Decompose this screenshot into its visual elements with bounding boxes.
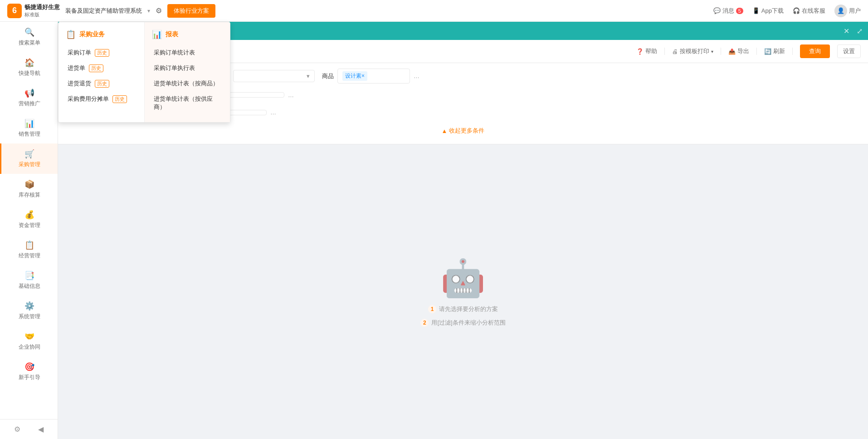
export-label: 导出 [737,47,749,55]
purchase-dropdown: 📋 采购业务 采购订单 历史 进货单 历史 进货退货 历史 采购费用分摊单 历史… [58,22,230,123]
base-icon: 📑 [24,271,34,281]
dropdown-item-cost-alloc[interactable]: 采购费用分摊单 历史 [66,91,137,107]
headset-icon: 🎧 [793,7,800,14]
dropdown-item-receipt-by-supplier[interactable]: 进货单统计表（按供应商） [152,91,223,115]
sidebar-collapse-btn[interactable]: ◀ [38,425,44,434]
top-bar-right: 💬 消息 5 📱 App下载 🎧 在线客服 👤 用户 [713,5,861,17]
refresh-btn[interactable]: 🔄 刷新 [764,47,785,55]
goods-receipt-badge: 历史 [89,64,103,72]
sidebar-item-operations[interactable]: 📋 经营管理 [0,235,58,265]
sidebar-item-base[interactable]: 📑 基础信息 [0,265,58,296]
cost-alloc-label: 采购费用分摊单 [68,95,109,103]
sidebar-item-system[interactable]: ⚙️ 系统管理 [0,296,58,326]
dropdown-item-order-exec[interactable]: 采购订单执行表 [152,60,223,76]
logo-icon: 6 [7,4,22,18]
goods-tag: 设计素× [342,71,367,81]
tab-close-action[interactable]: ✕ [842,25,851,37]
receipt-by-supplier-label: 进货单统计表（按供应商） [154,95,221,111]
dropdown-item-receipt-by-goods[interactable]: 进货单统计表（按商品） [152,76,223,91]
logo-text: 畅捷通好生意 标准版 [24,4,60,18]
system-dropdown-arrow[interactable]: ▾ [147,8,150,14]
sidebar-settings-btn[interactable]: ⚙ [14,425,20,434]
messages-btn[interactable]: 💬 消息 5 [713,7,743,15]
collapse-btn[interactable]: ▲ 收起更多条件 [65,123,861,138]
top-bar-left: 6 畅捷通好生意 标准版 装备及固定资产辅助管理系统 ▾ ⚙ 体验行业方案 [7,4,215,18]
sidebar: 🔍 搜索菜单 🏠 快捷导航 📢 营销推广 📊 销售管理 🛒 采购管理 📦 [0,22,58,439]
sidebar-bottom: ⚙ ◀ [0,419,58,439]
sidebar-item-label: 基础信息 [19,282,40,290]
sidebar-item-label: 搜索菜单 [19,39,40,47]
goods-select[interactable]: 设计素× [337,69,410,84]
empty-hint-1: 1 请先选择要分析的方案 [428,305,498,313]
tab-maximize-action[interactable]: ⤢ [855,25,864,37]
query-button[interactable]: 查询 [800,44,830,58]
print-label: 按模板打印 [680,47,709,55]
sidebar-item-search[interactable]: 🔍 搜索菜单 [0,22,58,52]
voucher-status-select[interactable]: ▾ [233,70,315,82]
sidebar-item-purchase[interactable]: 🛒 采购管理 [0,143,58,174]
print-icon: 🖨 [672,48,678,55]
refresh-label: 刷新 [773,47,785,55]
divider4 [792,48,793,55]
print-btn[interactable]: 🖨 按模板打印 ▾ [672,47,713,55]
dropdown-item-order-stats[interactable]: 采购订单统计表 [152,45,223,60]
sidebar-item-label: 采购管理 [19,161,40,168]
empty-hint-1-text: 请先选择要分析的方案 [439,305,498,313]
marketing-icon: 📢 [24,88,34,98]
export-btn[interactable]: 📤 导出 [728,47,749,55]
app-download-btn[interactable]: 📱 App下载 [752,7,784,15]
app-download-label: App下载 [761,7,784,15]
sales-icon: 📊 [24,118,34,128]
return-goods-badge: 历史 [95,80,109,88]
dropdown-item-purchase-order[interactable]: 采购订单 历史 [66,45,137,60]
logo-main: 畅捷通好生意 [24,4,60,11]
sidebar-item-finance[interactable]: 💰 资金管理 [0,204,58,235]
dropdown-item-goods-receipt[interactable]: 进货单 历史 [66,60,137,76]
salesperson-more[interactable]: … [288,92,294,99]
goods-more[interactable]: … [414,73,419,79]
help-btn[interactable]: ❓ 帮助 [636,47,657,55]
empty-robot-icon: 🤖 [440,257,486,300]
sidebar-item-marketing[interactable]: 📢 营销推广 [0,83,58,113]
purchase-col-icon: 📋 [66,30,76,39]
logo-area: 6 畅捷通好生意 标准版 [7,4,60,18]
settings-button[interactable]: 设置 [837,44,861,58]
help-icon: ❓ [636,48,644,55]
dropdown-col-2: 📊 报表 采购订单统计表 采购订单执行表 进货单统计表（按商品） 进货单统计表（… [144,22,230,122]
header-actions: ❓ 帮助 🖨 按模板打印 ▾ 📤 导出 [636,44,861,58]
order-exec-label: 采购订单执行表 [154,64,195,72]
customer-more[interactable]: … [270,109,276,116]
divider2 [721,48,721,55]
filter-goods: 商品 设计素× … [322,69,419,84]
divider3 [756,48,757,55]
home-icon: 🏠 [24,58,34,68]
sidebar-item-inventory[interactable]: 📦 库存核算 [0,174,58,204]
sidebar-item-nav[interactable]: 🏠 快捷导航 [0,52,58,83]
settings-icon[interactable]: ⚙ [156,6,162,15]
dropdown-col-1-title: 📋 采购业务 [66,30,137,39]
messages-badge: 5 [736,8,743,14]
industry-btn[interactable]: 体验行业方案 [167,4,215,18]
sidebar-item-label: 经营管理 [19,252,40,260]
sidebar-item-label: 系统管理 [19,313,40,321]
sidebar-item-collab[interactable]: 🤝 企业协同 [0,326,58,356]
dropdown-col-1-label: 采购业务 [79,30,105,39]
purchase-order-badge: 历史 [95,49,109,57]
finance-icon: 💰 [24,210,34,220]
user-btn[interactable]: 👤 用户 [834,5,861,17]
tab-bar-actions: ✕ ⤢ [842,22,868,40]
system-name: 装备及固定资产辅助管理系统 [65,7,142,15]
dropdown-col-2-label: 报表 [166,30,178,39]
online-service-btn[interactable]: 🎧 在线客服 [793,7,825,15]
dropdown-item-return-goods[interactable]: 进货退货 历史 [66,76,137,91]
user-label: 用户 [849,7,861,15]
report-col-icon: 📊 [152,30,162,39]
collapse-arrow-icon: ▲ [442,128,448,134]
divider1 [664,48,665,55]
sidebar-item-label: 资金管理 [19,222,40,229]
receipt-by-goods-label: 进货单统计表（按商品） [154,79,219,88]
sidebar-item-sales[interactable]: 📊 销售管理 [0,113,58,143]
sidebar-item-guide[interactable]: 🎯 新手引导 [0,356,58,387]
collab-icon: 🤝 [24,331,34,341]
guide-icon: 🎯 [24,362,34,372]
